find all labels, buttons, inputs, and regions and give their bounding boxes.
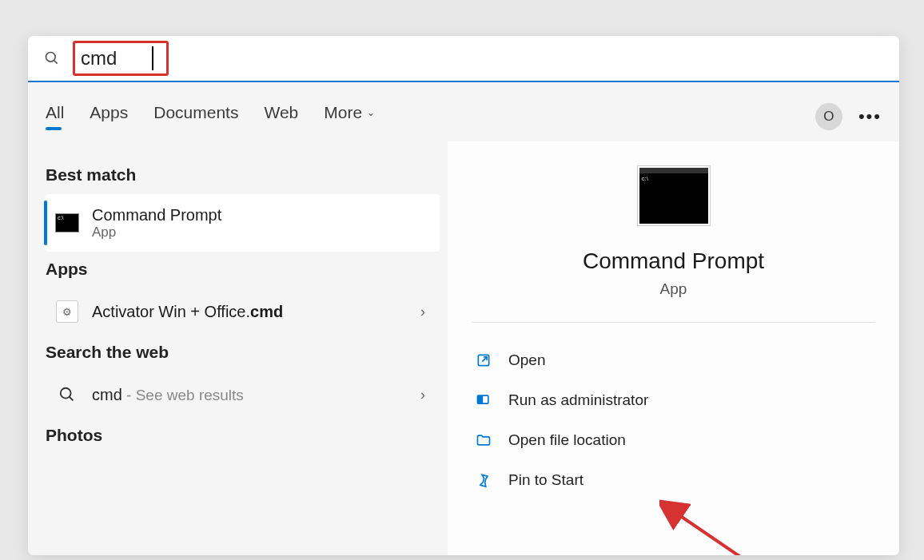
shield-icon	[475, 391, 492, 409]
result-title: cmd - See web results	[92, 386, 244, 403]
action-label: Open	[508, 351, 545, 369]
search-icon	[44, 50, 60, 66]
tab-more-label: More	[324, 103, 362, 122]
action-pin-to-start[interactable]: Pin to Start	[472, 460, 875, 500]
result-web-search[interactable]: cmd - See web results ›	[46, 371, 440, 418]
result-subtitle: App	[92, 224, 430, 240]
action-open[interactable]: Open	[472, 340, 875, 380]
svg-point-0	[46, 53, 56, 62]
script-icon: ⚙	[55, 300, 79, 324]
section-apps: Apps	[46, 260, 440, 279]
start-search-panel: All Apps Documents Web More ⌄ O ••• Best…	[28, 36, 899, 555]
detail-pane: Command Prompt App Open Run as administr…	[448, 141, 899, 555]
svg-line-1	[54, 61, 58, 64]
pin-icon	[475, 471, 492, 489]
action-label: Run as administrator	[508, 391, 648, 409]
search-input[interactable]	[73, 44, 161, 73]
more-options-button[interactable]: •••	[858, 106, 882, 127]
section-web: Search the web	[46, 343, 440, 362]
chevron-down-icon: ⌄	[367, 107, 375, 118]
tab-apps[interactable]: Apps	[90, 103, 128, 130]
result-title: Command Prompt	[92, 205, 430, 224]
tab-documents[interactable]: Documents	[153, 103, 238, 130]
action-run-as-admin[interactable]: Run as administrator	[472, 380, 875, 420]
action-label: Pin to Start	[508, 471, 583, 489]
chevron-right-icon: ›	[420, 304, 425, 320]
svg-point-2	[61, 388, 71, 399]
text-cursor	[152, 46, 153, 70]
action-open-location[interactable]: Open file location	[472, 420, 875, 460]
result-command-prompt[interactable]: Command Prompt App	[46, 194, 440, 252]
results-column: Best match Command Prompt App Apps ⚙ Act…	[28, 141, 448, 555]
open-external-icon	[475, 351, 492, 369]
tab-web[interactable]: Web	[264, 103, 298, 130]
svg-line-3	[70, 397, 74, 401]
tab-more[interactable]: More ⌄	[324, 103, 375, 130]
action-label: Open file location	[508, 431, 626, 449]
result-title: Activator Win + Office.cmd	[92, 303, 283, 320]
folder-icon	[475, 431, 492, 449]
filter-tabs: All Apps Documents Web More ⌄ O •••	[28, 82, 899, 141]
cmd-icon	[55, 211, 79, 235]
section-photos: Photos	[46, 426, 440, 445]
search-icon	[55, 383, 79, 407]
section-best-match: Best match	[46, 165, 440, 185]
tab-all[interactable]: All	[46, 103, 64, 130]
svg-rect-6	[478, 395, 484, 403]
search-bar	[28, 36, 899, 82]
detail-title: Command Prompt	[472, 248, 875, 274]
detail-subtitle: App	[472, 280, 875, 298]
result-activator[interactable]: ⚙ Activator Win + Office.cmd ›	[46, 288, 440, 335]
chevron-right-icon: ›	[420, 387, 425, 403]
user-avatar[interactable]: O	[815, 103, 842, 130]
app-large-icon	[637, 165, 711, 226]
